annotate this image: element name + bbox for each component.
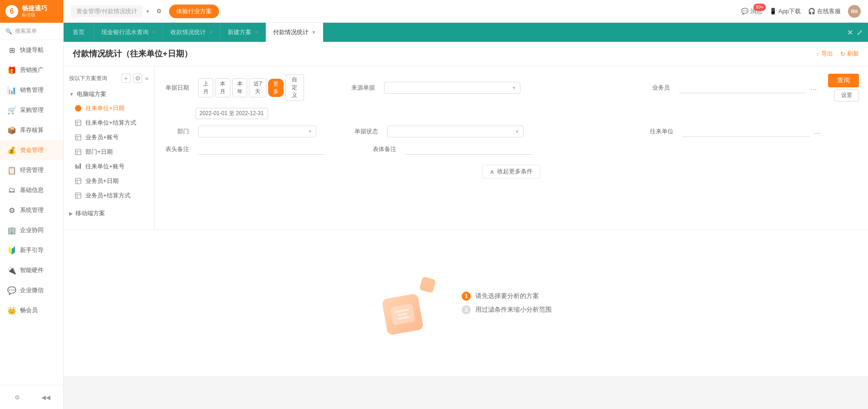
salesman-ellipsis-btn[interactable]: … xyxy=(808,84,819,92)
tab-close-new-scheme[interactable]: × xyxy=(255,29,258,35)
filter-row-1: 单据日期 上月 本月 本年 近7天 更多 自定义 来源单据 xyxy=(164,74,859,101)
scheme-item-salesman-settlement[interactable]: 业务员+结算方式 xyxy=(64,188,154,203)
scheme-collapse-btn[interactable]: « xyxy=(145,75,149,82)
tab-bar: 首页 现金银行流水查询 × 收款情况统计 × 新建方案 × 付款情况统计 × ✕… xyxy=(64,23,868,42)
date-btn-last-month[interactable]: 上月 xyxy=(198,78,213,97)
step-1-text: 请先选择要分析的方案 xyxy=(475,292,539,300)
filter-row-2: 部门 ▾ 单据状态 ▾ 往来单位 … xyxy=(164,126,859,137)
svg-rect-3 xyxy=(75,135,81,140)
app-download-btn[interactable]: 📱 App下载 xyxy=(769,7,801,15)
scheme-section-pc-header[interactable]: ▼ 电脑端方案 xyxy=(64,87,154,101)
query-button[interactable]: 查询 xyxy=(828,74,859,87)
tab-close-payment-stats[interactable]: × xyxy=(312,29,315,35)
scheme-item-partner-date[interactable]: 往来单位+日期 xyxy=(64,101,154,116)
sidebar-item-basic-info[interactable]: 🗂 基础信息 xyxy=(0,180,63,200)
search-icon: 🔍 xyxy=(5,28,12,35)
source-select[interactable]: ▾ xyxy=(384,82,520,94)
date-btn-this-year[interactable]: 本年 xyxy=(232,78,247,97)
date-btn-custom[interactable]: 自定义 xyxy=(285,74,304,101)
trial-button[interactable]: 体验行业方案 xyxy=(169,5,219,18)
tab-receipt-stats[interactable]: 收款情况统计 × xyxy=(163,23,220,42)
tab-actions: ✕ ⤢ xyxy=(842,23,868,42)
date-btn-more[interactable]: 更多 xyxy=(268,79,283,97)
salesman-input[interactable] xyxy=(679,82,806,93)
settings-icon: ⚙ xyxy=(156,8,162,15)
salesman-settlement-icon xyxy=(75,192,82,199)
tab-maximize-btn[interactable]: ⤢ xyxy=(857,28,863,37)
header-right: 💬 消息 99+ 📱 App下载 🎧 在线客服 Rit xyxy=(741,5,861,18)
date-btn-7days[interactable]: 近7天 xyxy=(249,78,266,97)
tab-cash-flow[interactable]: 现金银行流水查询 × xyxy=(94,23,163,42)
sidebar-item-enterprise[interactable]: 🏢 企业协同 xyxy=(0,220,63,240)
avatar[interactable]: Rit xyxy=(848,5,861,18)
sidebar-item-hardware[interactable]: 🔌 智能硬件 xyxy=(0,260,63,280)
tab-close-receipt-stats[interactable]: × xyxy=(210,29,213,35)
refresh-btn[interactable]: ↻ 刷新 xyxy=(840,50,859,58)
sidebar-item-weixin[interactable]: 💬 企业微信 xyxy=(0,280,63,300)
filter-settings-btn[interactable]: 设置 xyxy=(834,89,859,101)
sidebar-collapse-btn[interactable]: ◀◀ xyxy=(33,390,59,404)
scheme-item-salesman-date[interactable]: 业务员+日期 xyxy=(64,174,154,188)
scheme-add-btn[interactable]: + xyxy=(121,74,130,83)
dept-select[interactable]: ▾ xyxy=(198,126,316,137)
quick-nav-icon: ⊞ xyxy=(7,45,16,55)
tab-new-scheme[interactable]: 新建方案 × xyxy=(220,23,266,42)
scheme-section-mobile-header[interactable]: ▶ 移动端方案 xyxy=(64,207,154,220)
guide-icon: 🔰 xyxy=(7,246,16,255)
source-label: 来源单据 xyxy=(349,84,375,92)
partner-input[interactable] xyxy=(683,126,810,137)
top-header: 资金管理/付款情况统计 ▾ ⚙ 体验行业方案 💬 消息 99+ 📱 App下载 … xyxy=(64,0,868,23)
sidebar-item-marketing[interactable]: 🎁 营销推广 xyxy=(0,60,63,80)
sidebar-item-system[interactable]: ⚙ 系统管理 xyxy=(0,200,63,220)
date-btn-group: 上月 本月 本年 近7天 更多 自定义 xyxy=(198,74,304,101)
body-remark-input[interactable] xyxy=(405,144,533,155)
partner-ellipsis-btn[interactable]: … xyxy=(812,127,823,136)
scheme-section-mobile: ▶ 移动端方案 xyxy=(64,207,154,220)
svg-rect-6 xyxy=(75,149,81,155)
collapse-more-btn[interactable]: ∧ 收起更多条件 xyxy=(482,165,540,178)
finance-icon: 💰 xyxy=(7,146,16,155)
tab-close-cash-flow[interactable]: × xyxy=(152,29,155,35)
scheme-item-salesman-account[interactable]: 业务员+账号 xyxy=(64,130,154,145)
scheme-item-partner-account[interactable]: 往来单位+账号 xyxy=(64,159,154,174)
export-icon: ↑ xyxy=(817,50,820,57)
empty-steps: 1 请先选择要分析的方案 2 用过滤条件来缩小分析范围 xyxy=(462,292,552,314)
page-content: 付款情况统计（往来单位+日期） ↑ 导出 ↻ 刷新 按以下方案查询 + xyxy=(64,42,868,409)
sidebar-search[interactable]: 🔍 搜索菜单 xyxy=(0,23,63,40)
logo-icon: 6 xyxy=(5,5,18,18)
service-btn[interactable]: 🎧 在线客服 xyxy=(808,7,841,15)
header-settings-btn[interactable]: ⚙ xyxy=(153,5,165,18)
scheme-item-partner-settlement[interactable]: 往来单位+结算方式 xyxy=(64,116,154,130)
tab-home[interactable]: 首页 xyxy=(64,23,94,42)
svg-rect-9 xyxy=(75,164,77,169)
sidebar-item-guide[interactable]: 🔰 新手引导 xyxy=(0,240,63,260)
sidebar-item-sales[interactable]: 📊 销售管理 xyxy=(0,80,63,100)
app-icon: 📱 xyxy=(769,8,777,15)
search-label: 搜索菜单 xyxy=(15,27,37,35)
scheme-panel: 按以下方案查询 + ⚙ « ▼ 电脑端方案 xyxy=(64,66,155,229)
service-icon: 🎧 xyxy=(808,8,815,15)
header-remark-input[interactable] xyxy=(198,144,325,155)
purchase-icon: 🛒 xyxy=(7,106,16,115)
sidebar-item-finance[interactable]: 💰 资金管理 xyxy=(0,140,63,160)
message-badge: 99+ xyxy=(753,4,766,11)
sidebar-item-quick-nav[interactable]: ⊞ 快捷导航 xyxy=(0,40,63,60)
export-btn[interactable]: ↑ 导出 xyxy=(817,50,833,58)
breadcrumb-chevron-icon[interactable]: ▾ xyxy=(146,8,149,15)
date-btn-this-month[interactable]: 本月 xyxy=(215,78,230,97)
message-btn[interactable]: 💬 消息 99+ xyxy=(741,7,762,15)
sidebar-settings-btn[interactable]: ⚙ xyxy=(5,390,30,404)
doc-status-select[interactable]: ▾ xyxy=(387,126,524,137)
sidebar-item-purchase[interactable]: 🛒 采购管理 xyxy=(0,100,63,120)
tab-close-all-btn[interactable]: ✕ xyxy=(847,28,853,37)
sidebar-item-operations[interactable]: 📋 经营管理 xyxy=(0,160,63,180)
empty-step-2: 2 用过滤条件来缩小分析范围 xyxy=(462,305,552,314)
scheme-item-dept-date[interactable]: 部门+日期 xyxy=(64,145,154,159)
header-left: 资金管理/付款情况统计 ▾ ⚙ 体验行业方案 xyxy=(71,5,736,18)
tab-payment-stats[interactable]: 付款情况统计 × xyxy=(266,23,323,42)
scheme-settings-btn[interactable]: ⚙ xyxy=(133,74,142,83)
source-select-arrow-icon: ▾ xyxy=(513,85,515,91)
sidebar-item-inventory[interactable]: 📦 库存核算 xyxy=(0,120,63,140)
sidebar: 6 畅捷通巧 标准版 🔍 搜索菜单 ⊞ 快捷导航 🎁 营销推广 📊 销售管理 🛒… xyxy=(0,0,64,409)
sidebar-item-vip[interactable]: 👑 畅会员 xyxy=(0,300,63,320)
